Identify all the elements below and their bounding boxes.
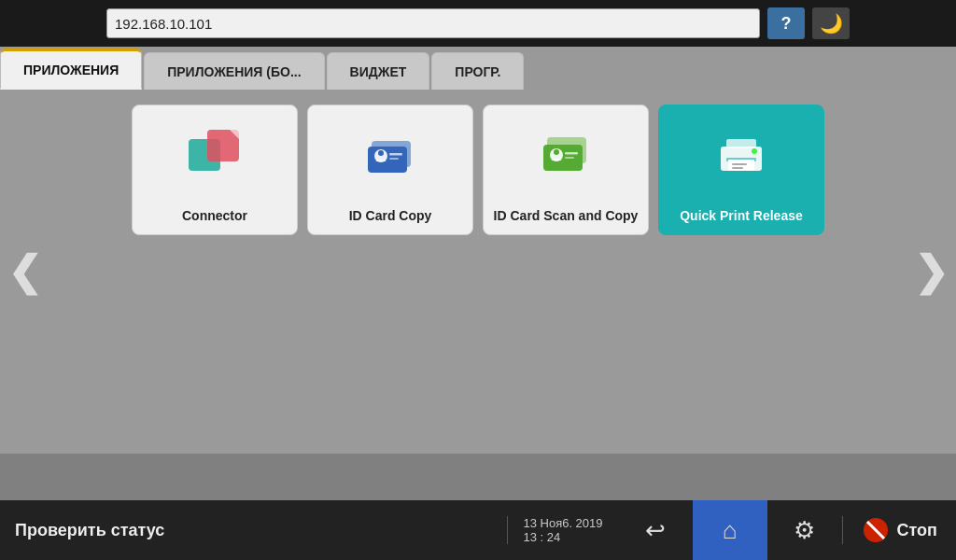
tab-prog[interactable]: ПРОГР. bbox=[431, 52, 524, 90]
time-display: 13 : 24 bbox=[523, 530, 602, 544]
app-label-id-card-scan-copy: ID Card Scan and Copy bbox=[494, 208, 639, 223]
svg-rect-10 bbox=[543, 145, 583, 171]
home-button[interactable]: ⌂ bbox=[693, 500, 767, 560]
help-button[interactable]: ? bbox=[767, 7, 805, 39]
apps-grid: Connector ID Card Copy bbox=[85, 105, 871, 235]
app-tile-quick-print[interactable]: Quick Print Release bbox=[658, 105, 824, 235]
app-tile-connector[interactable]: Connector bbox=[132, 105, 298, 235]
stop-label: Стоп bbox=[897, 521, 937, 540]
id-card-copy-icon bbox=[355, 119, 426, 189]
quick-print-icon bbox=[706, 119, 777, 189]
sleep-button[interactable]: 🌙 bbox=[812, 7, 850, 39]
date-time-block: 13 Ноя6. 2019 13 : 24 bbox=[507, 516, 617, 544]
svg-rect-16 bbox=[726, 139, 756, 148]
home-icon: ⌂ bbox=[723, 516, 738, 545]
svg-rect-1 bbox=[207, 130, 239, 161]
svg-rect-19 bbox=[732, 163, 747, 165]
bottom-nav: ↩ ⌂ ⚙ bbox=[618, 500, 842, 560]
gear-icon: ⚙ bbox=[794, 516, 815, 545]
svg-rect-8 bbox=[389, 158, 399, 160]
next-arrow[interactable]: ❯ bbox=[914, 251, 949, 292]
moon-icon: 🌙 bbox=[820, 12, 843, 35]
back-icon: ↩ bbox=[645, 516, 666, 545]
stop-icon bbox=[862, 516, 890, 544]
status-section: Проверить статус bbox=[0, 521, 507, 540]
id-card-scan-copy-icon bbox=[530, 119, 601, 189]
address-bar: 192.168.10.101 bbox=[106, 8, 760, 38]
app-tile-id-card-scan-copy[interactable]: ID Card Scan and Copy bbox=[483, 105, 649, 235]
tab-apps[interactable]: ПРИЛОЖЕНИЯ bbox=[0, 49, 142, 90]
svg-point-12 bbox=[554, 149, 559, 155]
bottom-bar: Проверить статус 13 Ноя6. 2019 13 : 24 ↩… bbox=[0, 500, 956, 560]
tab-apps-more[interactable]: ПРИЛОЖЕНИЯ (БО... bbox=[144, 52, 324, 90]
app-label-id-card-copy: ID Card Copy bbox=[349, 208, 432, 223]
tabs-bar: ПРИЛОЖЕНИЯ ПРИЛОЖЕНИЯ (БО... ВИДЖЕТ ПРОГ… bbox=[0, 47, 956, 90]
svg-rect-14 bbox=[565, 157, 574, 159]
connector-icon bbox=[179, 119, 250, 189]
app-label-quick-print: Quick Print Release bbox=[680, 208, 803, 223]
svg-rect-13 bbox=[565, 152, 578, 155]
app-label-connector: Connector bbox=[182, 208, 247, 223]
tab-widget[interactable]: ВИДЖЕТ bbox=[327, 52, 430, 90]
svg-rect-4 bbox=[368, 147, 407, 173]
svg-point-21 bbox=[752, 148, 757, 154]
app-tile-id-card-copy[interactable]: ID Card Copy bbox=[307, 105, 473, 235]
svg-point-6 bbox=[378, 150, 384, 156]
main-area: ❮ Connector bbox=[0, 90, 956, 454]
svg-rect-20 bbox=[732, 167, 743, 169]
svg-rect-7 bbox=[389, 153, 402, 156]
ip-address: 192.168.10.101 bbox=[115, 16, 212, 32]
settings-button[interactable]: ⚙ bbox=[767, 500, 842, 560]
prev-arrow[interactable]: ❮ bbox=[7, 251, 42, 292]
back-button[interactable]: ↩ bbox=[618, 500, 693, 560]
status-text: Проверить статус bbox=[15, 521, 492, 540]
stop-section[interactable]: Стоп bbox=[842, 516, 956, 544]
top-bar: 192.168.10.101 ? 🌙 bbox=[0, 0, 956, 47]
date-display: 13 Ноя6. 2019 bbox=[523, 516, 602, 530]
